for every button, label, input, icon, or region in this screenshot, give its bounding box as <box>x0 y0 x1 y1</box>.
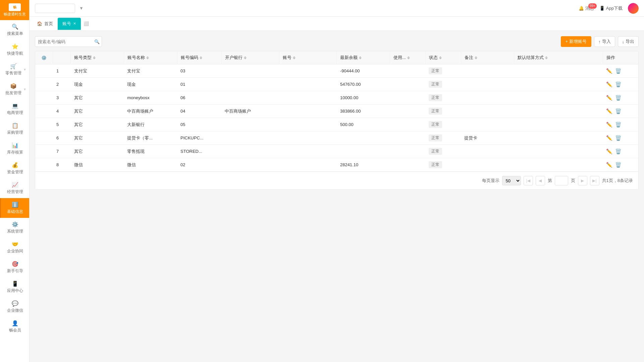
delete-button[interactable]: 🗑️ <box>615 162 622 168</box>
edit-button[interactable]: ✏️ <box>606 108 612 114</box>
settings-icon[interactable]: ⚙️ <box>41 55 47 60</box>
col-action-label: 操作 <box>606 55 615 60</box>
row-num: 7 <box>53 145 71 158</box>
status-badge: 正常 <box>429 108 442 115</box>
export-button[interactable]: ↓ 导出 <box>618 36 639 47</box>
guide-icon: 🎯 <box>12 261 18 267</box>
row-bank: 中百商场账户 <box>221 105 279 118</box>
delete-button[interactable]: 🗑️ <box>615 95 622 101</box>
row-remark <box>461 91 514 105</box>
row-payment <box>514 131 603 145</box>
col-code[interactable]: 账号编码 <box>177 51 221 64</box>
col-balance[interactable]: 最新余额 <box>337 51 390 64</box>
col-name[interactable]: 账号名称 <box>124 51 177 64</box>
table-row: 5 其它 大新银行 05 500.00 正常 ✏️ 🗑️ <box>35 118 638 131</box>
pagination: 每页显示 50 100 |◀ ◀ 第 1 页 ▶ ▶| 共1页，8条记录 <box>35 172 638 189</box>
logo-icon: 畅 <box>9 3 21 11</box>
sidebar-item-wholesale[interactable]: 📦 批发管理 ▼ <box>0 79 29 99</box>
table-row: 2 现金 现金 01 547670.00 正常 ✏️ 🗑️ <box>35 78 638 91</box>
user-avatar[interactable] <box>628 3 639 14</box>
edit-button[interactable]: ✏️ <box>606 148 612 155</box>
page-last-button[interactable]: ▶| <box>590 176 599 185</box>
delete-button[interactable]: 🗑️ <box>615 108 622 114</box>
page-next-button[interactable]: ▶ <box>578 176 587 185</box>
page-prev-button[interactable]: ◀ <box>536 176 545 185</box>
tab-expand-icon[interactable]: ⬜ <box>84 21 89 26</box>
sidebar-item-guide[interactable]: 🎯 新手引导 <box>0 257 29 277</box>
sidebar-item-wechat-work[interactable]: 💬 企业微信 <box>0 297 29 317</box>
sidebar-item-label: 新手引导 <box>7 268 23 274</box>
edit-button[interactable]: ✏️ <box>606 68 612 74</box>
col-bank[interactable]: 开户银行 <box>221 51 279 64</box>
row-account <box>279 91 337 105</box>
delete-button[interactable]: 🗑️ <box>615 135 622 141</box>
page-size-label: 每页显示 <box>482 178 499 184</box>
delete-button[interactable]: 🗑️ <box>615 122 622 128</box>
notification-button[interactable]: 🔔 消息 99+ <box>579 5 594 11</box>
col-usage[interactable]: 使用... <box>390 51 426 64</box>
row-type: 微信 <box>71 158 124 172</box>
col-account[interactable]: 账号 <box>279 51 337 64</box>
tab-close-button[interactable]: ✕ <box>73 21 76 26</box>
col-balance-label: 最新余额 <box>340 55 358 61</box>
row-status: 正常 <box>425 91 461 105</box>
search-input[interactable] <box>38 39 94 44</box>
sidebar-item-system[interactable]: ⚙️ 系统管理 <box>0 218 29 238</box>
members-icon: 👤 <box>12 320 18 326</box>
row-type: 支付宝 <box>71 64 124 78</box>
edit-button[interactable]: ✏️ <box>606 122 612 128</box>
sort-type-icon <box>93 56 96 59</box>
edit-button[interactable]: ✏️ <box>606 95 612 101</box>
row-settings <box>35 105 53 118</box>
sort-balance-icon <box>359 56 362 59</box>
row-status: 正常 <box>425 64 461 78</box>
col-status[interactable]: 状态 <box>425 51 461 64</box>
wholesale-icon: 📦 <box>10 83 17 89</box>
action-buttons: ✏️ 🗑️ <box>606 81 635 87</box>
tab-account[interactable]: 账号 ✕ <box>58 18 81 30</box>
status-badge: 正常 <box>429 121 442 128</box>
download-icon: 📱 <box>599 6 605 11</box>
page-input[interactable]: 1 <box>555 176 568 185</box>
sidebar-item-inventory[interactable]: 📊 库存核算 <box>0 139 29 159</box>
delete-button[interactable]: 🗑️ <box>615 81 622 87</box>
edit-button[interactable]: ✏️ <box>606 135 612 141</box>
import-button[interactable]: ↑ 导入 <box>594 36 615 47</box>
sidebar-item-search[interactable]: 🔍 搜索菜单 <box>0 20 29 40</box>
sidebar-item-app-center[interactable]: 📱 应用中心 <box>0 277 29 297</box>
sidebar-item-shortcuts[interactable]: ⭐ 快捷导航 <box>0 40 29 60</box>
table-row: 1 支付宝 支付宝 03 -90444.00 正常 ✏️ 🗑️ <box>35 64 638 78</box>
row-code: 01 <box>177 78 221 91</box>
sidebar-item-finance[interactable]: 💰 资金管理 <box>0 159 29 178</box>
edit-button[interactable]: ✏️ <box>606 81 612 87</box>
add-account-button[interactable]: + 新增账号 <box>561 36 591 47</box>
sidebar-item-operations[interactable]: 📈 经营管理 <box>0 178 29 198</box>
search-box: 🔍 <box>35 36 102 47</box>
topbar-search-input[interactable] <box>35 4 75 13</box>
sidebar-item-purchase[interactable]: 📋 采购管理 <box>0 119 29 139</box>
app-download-button[interactable]: 📱 App下载 <box>599 5 623 11</box>
col-remark[interactable]: 备注 <box>461 51 514 64</box>
delete-button[interactable]: 🗑️ <box>615 68 622 74</box>
app-download-label: App下载 <box>606 5 623 11</box>
delete-button[interactable]: 🗑️ <box>615 148 622 155</box>
sidebar-item-enterprise[interactable]: 🤝 企业协同 <box>0 238 29 257</box>
page-size-select[interactable]: 50 100 <box>502 176 521 185</box>
ecommerce-icon: 💻 <box>12 103 18 109</box>
page-first-button[interactable]: |◀ <box>524 176 533 185</box>
sidebar-item-label: 企业协同 <box>7 248 23 254</box>
sidebar-item-retail[interactable]: 🛒 零售管理 ▼ <box>0 60 29 79</box>
row-remark: 提货卡 <box>461 131 514 145</box>
enterprise-icon: 🤝 <box>12 241 18 247</box>
star-icon: ⭐ <box>12 43 18 50</box>
sidebar-item-members[interactable]: 👤 畅会员 <box>0 317 29 337</box>
row-name: moneybosx <box>124 91 177 105</box>
col-type[interactable]: 账号类型 <box>71 51 124 64</box>
row-usage <box>390 118 426 131</box>
sidebar-item-ecommerce[interactable]: 💻 电商管理 <box>0 99 29 119</box>
tab-home[interactable]: 🏠 首页 <box>32 18 58 30</box>
edit-button[interactable]: ✏️ <box>606 162 612 168</box>
col-payment[interactable]: 默认结算方式 <box>514 51 603 64</box>
sidebar-item-basic-info[interactable]: ℹ️ 基础信息 <box>0 198 29 218</box>
topbar-dropdown-icon[interactable]: ▼ <box>79 6 84 11</box>
